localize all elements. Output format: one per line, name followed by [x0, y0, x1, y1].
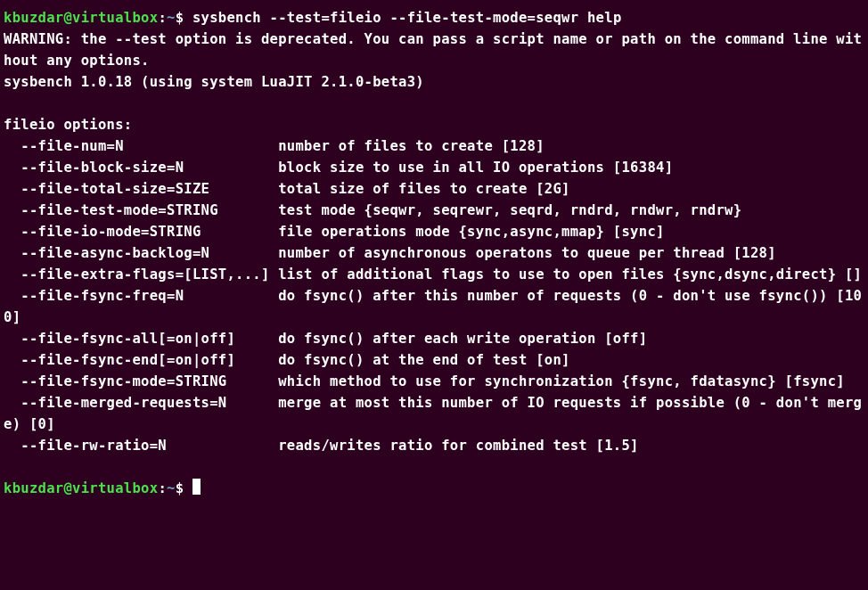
cursor [192, 479, 201, 495]
prompt-user-host-2: kbuzdar@virtualbox [4, 480, 158, 496]
output-line: WARNING: the --test option is deprecated… [4, 29, 864, 71]
output-line: fileio options: [4, 114, 864, 135]
output-line: --file-test-mode=STRING test mode {seqwr… [4, 200, 864, 221]
output-line: --file-io-mode=STRING file operations mo… [4, 221, 864, 242]
output-line: --file-block-size=N block size to use in… [4, 157, 864, 178]
terminal-output[interactable]: kbuzdar@virtualbox:~$ sysbench --test=fi… [4, 7, 864, 499]
output-line: --file-rw-ratio=N reads/writes ratio for… [4, 435, 864, 456]
prompt-separator-2: : [158, 480, 167, 496]
output-line: --file-num=N number of files to create [… [4, 135, 864, 157]
output-line: --file-async-backlog=N number of asynchr… [4, 242, 864, 264]
output-line: --file-total-size=SIZE total size of fil… [4, 178, 864, 200]
output-line: --file-fsync-mode=STRING which method to… [4, 371, 864, 392]
output-line [4, 456, 864, 478]
output-block: WARNING: the --test option is deprecated… [4, 29, 864, 478]
entered-command: sysbench --test=fileio --file-test-mode=… [192, 10, 622, 26]
output-line: --file-fsync-end[=on|off] do fsync() at … [4, 349, 864, 371]
prompt-dollar-2: $ [176, 480, 192, 496]
output-line: --file-fsync-all[=on|off] do fsync() aft… [4, 328, 864, 349]
output-line: --file-fsync-freq=N do fsync() after thi… [4, 285, 864, 328]
prompt-user-host: kbuzdar@virtualbox [4, 10, 158, 26]
prompt-line-2: kbuzdar@virtualbox:~$ [4, 478, 864, 499]
prompt-path-2: ~ [167, 480, 176, 496]
output-line [4, 93, 864, 114]
command-line: kbuzdar@virtualbox:~$ sysbench --test=fi… [4, 7, 864, 29]
prompt-dollar: $ [176, 10, 192, 26]
prompt-path: ~ [167, 10, 176, 26]
prompt-separator: : [158, 10, 167, 26]
output-line: sysbench 1.0.18 (using system LuaJIT 2.1… [4, 71, 864, 93]
output-line: --file-extra-flags=[LIST,...] list of ad… [4, 264, 864, 285]
output-line: --file-merged-requests=N merge at most t… [4, 392, 864, 435]
